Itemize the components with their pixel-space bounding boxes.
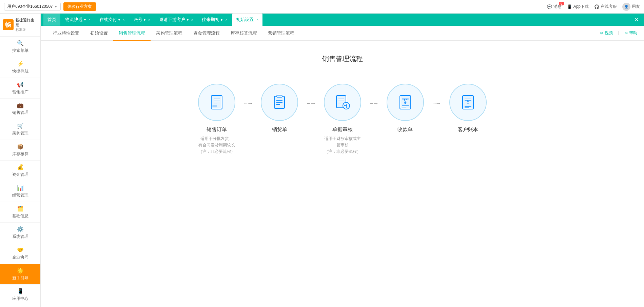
tab-period-close[interactable]: ×: [225, 18, 227, 22]
sidebar-label-inventory: 库存核算: [12, 151, 28, 157]
top-bar-right: 💬 消息 6 📱 App下载 🎧 在线客服 👤 用友: [547, 3, 640, 11]
apps-icon: 📱: [17, 288, 24, 294]
content-area: 行业特性设置 初始设置 销售管理流程 采购管理流程 资金管理流程 库存核算流程: [41, 26, 644, 307]
flow-arrow-4: ···→: [432, 84, 441, 107]
headset-icon: 🎧: [594, 4, 599, 9]
flow-item-sales-order: 销售订单 适用于分批发货、有合同发货周期较长（注：非必要流程）: [190, 84, 244, 155]
sidebar-label-search: 搜索菜单: [12, 48, 28, 54]
sidebar-item-marketing[interactable]: 📢 营销推广: [0, 78, 40, 99]
arrow-icon-4: ···→: [432, 100, 441, 107]
tab-init[interactable]: 初始设置 ×: [232, 14, 262, 26]
flow-circle-customer-ledger[interactable]: ¥: [449, 84, 487, 121]
sidebar-item-operation[interactable]: 📊 经营管理: [0, 181, 40, 202]
user-selector[interactable]: 用户690企业1660120507 ▼: [4, 3, 61, 11]
user-label: 用户690企业1660120507: [7, 4, 53, 9]
flow-arrow-1: ···→: [244, 84, 252, 107]
sub-tabs: 行业特性设置 初始设置 销售管理流程 采购管理流程 资金管理流程 库存核算流程: [41, 26, 644, 41]
close-all-tabs-button[interactable]: ×: [632, 15, 641, 24]
sidebar-item-finance[interactable]: 💰 资金管理: [0, 161, 40, 181]
tab-account-close[interactable]: ×: [148, 18, 150, 22]
subtab-init[interactable]: 初始设置: [85, 26, 113, 41]
svg-rect-19: [402, 98, 409, 100]
flow-label-sales-order: 销售订单: [207, 126, 227, 133]
tab-payment-close[interactable]: ×: [123, 18, 125, 22]
app-icon: 📱: [567, 4, 572, 9]
svg-rect-6: [277, 95, 282, 97]
sidebar-logo: 畅 畅捷通好生意 标准版: [0, 14, 40, 37]
service-item[interactable]: 🎧 在线客服: [594, 4, 617, 9]
sidebar-label-sales: 销售管理: [12, 110, 28, 116]
guide-icon: 🌟: [17, 267, 24, 274]
flow-desc-doc-review: 适用于财务审核或主管审核（注：非必要流程）: [324, 136, 361, 155]
sidebar-item-quicknav[interactable]: ⚡ 快捷导航: [0, 57, 40, 78]
subtab-purchase[interactable]: 采购管理流程: [151, 26, 188, 41]
page-content: 销售管理流程 销售订单: [41, 41, 644, 307]
sidebar-item-apps[interactable]: 📱 应用中心: [0, 285, 40, 305]
tab-invite-arrow: ▾: [187, 18, 189, 22]
flow-arrow-3: ···→: [370, 84, 378, 107]
subtab-stock[interactable]: 库存核算流程: [225, 26, 262, 41]
message-icon-item[interactable]: 💬 消息 6: [547, 4, 562, 9]
flow-label-customer-ledger: 客户账本: [458, 126, 478, 133]
sidebar-label-corp: 企业协同: [12, 254, 28, 260]
sidebar-item-system[interactable]: ⚙️ 系统管理: [0, 223, 40, 243]
tab-home[interactable]: 首页: [43, 14, 60, 26]
sidebar-item-corp[interactable]: 🤝 企业协同: [0, 243, 40, 264]
flow-label-receipt: 收款单: [397, 126, 413, 133]
subtab-stock-label: 库存核算流程: [231, 30, 257, 36]
sidebar-label-guide: 新手引导: [12, 275, 28, 281]
top-bar: 用户690企业1660120507 ▼ 体验行业方案 💬 消息 6 📱 App下…: [0, 0, 644, 14]
subtab-purchase-label: 采购管理流程: [156, 30, 182, 36]
flow-circle-sales-order[interactable]: [198, 84, 235, 121]
sidebar-item-purchase[interactable]: 🛒 采购管理: [0, 119, 40, 140]
logo-text: 畅捷通好生意: [16, 18, 38, 27]
sidebar-item-sales[interactable]: 💼 销售管理: [0, 99, 40, 119]
logo-sub: 标准版: [16, 27, 38, 32]
trial-button[interactable]: 体验行业方案: [63, 2, 96, 11]
sidebar-label-basic: 基础信息: [12, 213, 28, 219]
flow-circle-receipt[interactable]: ¥: [387, 84, 424, 121]
search-icon: 🔍: [17, 40, 24, 46]
flow-circle-sales-shipment[interactable]: [261, 84, 298, 121]
arrow-icon-2: ···→: [307, 100, 315, 107]
video-link[interactable]: ⊙ 视频: [600, 30, 612, 36]
sales-icon: 💼: [17, 102, 24, 108]
tab-logistics-close[interactable]: ×: [89, 18, 91, 22]
marketing-icon: 📢: [17, 81, 24, 88]
subtab-actions: ⊙ 视频 | ⊙ 帮助: [600, 30, 637, 36]
tab-payment[interactable]: 在线支付 ▾ ×: [95, 14, 129, 26]
sidebar-item-guide[interactable]: 🌟 新手引导: [0, 264, 40, 285]
sidebar-label-operation: 经营管理: [12, 192, 28, 198]
subtab-sales[interactable]: 销售管理流程: [113, 26, 151, 41]
tab-invite-label: 邀请下游客户: [159, 17, 186, 23]
subtab-marketing[interactable]: 营销管理流程: [262, 26, 300, 41]
tab-invite-close[interactable]: ×: [191, 18, 193, 22]
tab-period[interactable]: 往来期初 ▾ ×: [198, 14, 231, 26]
sidebar-item-wechat[interactable]: 💬 企业微信: [0, 305, 40, 307]
purchase-icon: 🛒: [17, 123, 24, 129]
tab-init-close[interactable]: ×: [256, 18, 258, 22]
tab-logistics[interactable]: 物流快递 ▾ ×: [61, 14, 95, 26]
sidebar-item-basic[interactable]: 🗂️ 基础信息: [0, 202, 40, 223]
tab-account-arrow: ▾: [144, 18, 145, 22]
sidebar-label-marketing: 营销推广: [12, 89, 28, 95]
subtab-industry-label: 行业特性设置: [53, 30, 79, 36]
tab-home-label: 首页: [47, 17, 56, 23]
flow-item-sales-shipment: 销货单: [252, 84, 307, 136]
main-layout: 畅 畅捷通好生意 标准版 🔍 搜索菜单 ⚡ 快捷导航 📢 营销推广 💼 销售管理…: [0, 14, 644, 307]
tab-account[interactable]: 账号 ▾ ×: [130, 14, 154, 26]
logo-icon: 畅: [3, 19, 14, 30]
sidebar-item-inventory[interactable]: 📦 库存核算: [0, 140, 40, 161]
subtab-industry[interactable]: 行业特性设置: [47, 26, 85, 41]
flow-circle-doc-review[interactable]: [324, 84, 361, 121]
message-badge: 6: [559, 2, 564, 5]
flow-diagram: 销售订单 适用于分批发货、有合同发货周期较长（注：非必要流程） ···→: [47, 84, 637, 155]
user-avatar-item[interactable]: 👤 用友: [622, 3, 640, 11]
sidebar-item-search[interactable]: 🔍 搜索菜单: [0, 37, 40, 57]
avatar: 👤: [622, 3, 630, 11]
app-download-item[interactable]: 📱 App下载: [567, 4, 589, 9]
help-link[interactable]: ⊙ 帮助: [625, 30, 637, 36]
flow-item-receipt: ¥ 收款单: [378, 84, 432, 136]
tab-invite[interactable]: 邀请下游客户 ▾ ×: [155, 14, 197, 26]
subtab-funds[interactable]: 资金管理流程: [188, 26, 225, 41]
